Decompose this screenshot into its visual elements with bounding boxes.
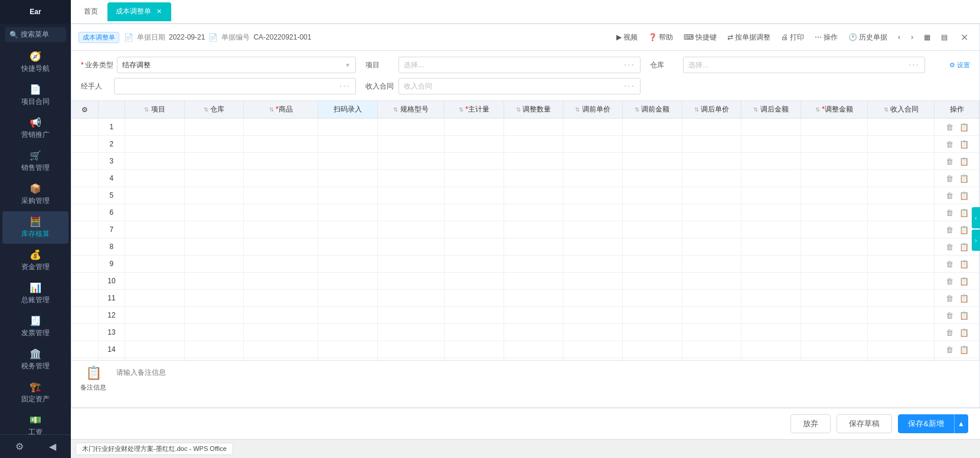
row-pre-price-cell[interactable] [563,221,623,238]
col-qty-header[interactable]: ⇅ 调整数量 [504,101,563,119]
row-unit-cell[interactable] [445,256,504,273]
tab-cost-adjust[interactable]: 成本调整单 ✕ [107,2,171,21]
row-project-cell[interactable] [125,119,185,136]
row-unit-cell[interactable] [445,170,504,187]
col-settings-header[interactable]: ⚙ [71,101,98,119]
row-pre-price-cell[interactable] [563,204,623,221]
row-qty-cell[interactable] [504,324,563,341]
row-pre-amount-cell[interactable] [622,119,682,136]
sidebar-item-inventory[interactable]: 🧮 库存核算 [2,211,68,244]
settings-icon[interactable]: ⚙ [15,441,24,452]
row-unit-cell[interactable] [445,273,504,290]
row-income-contract-cell[interactable] [868,136,935,153]
row-pre-amount-cell[interactable] [622,273,682,290]
row-pre-price-cell[interactable] [563,153,623,170]
row-after-amount-cell[interactable] [741,153,801,170]
row-spec-cell[interactable] [377,256,444,273]
row-qty-cell[interactable] [504,221,563,238]
delete-icon[interactable]: 🗑 [944,344,956,355]
sidebar-item-asset-mgmt[interactable]: 🏗️ 固定资产 [2,377,68,409]
row-after-amount-cell[interactable] [741,358,801,361]
row-warehouse-cell[interactable] [184,324,244,341]
row-scan-cell[interactable] [318,341,378,358]
row-warehouse-cell[interactable] [184,204,244,221]
col-warehouse-header[interactable]: ⇅ 仓库 [184,101,244,119]
row-income-contract-cell[interactable] [868,153,935,170]
delete-icon[interactable]: 🗑 [944,121,956,133]
print-btn[interactable]: 🖨 打印 [779,31,806,44]
row-project-cell[interactable] [125,341,185,358]
save-draft-button[interactable]: 保存草稿 [837,414,892,433]
row-spec-cell[interactable] [377,358,444,361]
row-adjust-amount-cell[interactable] [801,221,867,238]
table-row[interactable]: 6 🗑 📋 [71,204,979,221]
row-spec-cell[interactable] [377,170,444,187]
row-after-price-cell[interactable] [682,204,741,221]
expand2-btn[interactable]: ▤ [939,32,950,42]
row-after-amount-cell[interactable] [741,324,801,341]
row-project-cell[interactable] [125,170,185,187]
row-warehouse-cell[interactable] [184,187,244,204]
row-warehouse-cell[interactable] [184,119,244,136]
row-adjust-amount-cell[interactable] [801,324,867,341]
row-product-cell[interactable] [244,170,318,187]
row-warehouse-cell[interactable] [184,221,244,238]
row-spec-cell[interactable] [377,307,444,324]
table-row[interactable]: 11 🗑 📋 [71,290,979,307]
right-collapse-tab-2[interactable]: › [972,230,980,251]
row-product-cell[interactable] [244,324,318,341]
delete-icon[interactable]: 🗑 [944,224,956,235]
row-after-amount-cell[interactable] [741,204,801,221]
row-product-cell[interactable] [244,221,318,238]
row-income-contract-cell[interactable] [868,170,935,187]
table-row[interactable]: 9 🗑 📋 [71,256,979,273]
row-after-price-cell[interactable] [682,187,741,204]
taskbar-wps-item[interactable]: 木门行业好业财处理方案-墨红红.doc - WPS Office [76,443,233,455]
table-row[interactable]: 12 🗑 📋 [71,307,979,324]
copy-icon[interactable]: 📋 [958,326,970,338]
col-after-amount-header[interactable]: ⇅ 调后金额 [741,101,801,119]
row-after-amount-cell[interactable] [741,187,801,204]
row-adjust-amount-cell[interactable] [801,290,867,307]
row-adjust-amount-cell[interactable] [801,136,867,153]
row-project-cell[interactable] [125,204,185,221]
row-scan-cell[interactable] [318,119,378,136]
row-unit-cell[interactable] [445,307,504,324]
row-spec-cell[interactable] [377,341,444,358]
row-adjust-amount-cell[interactable] [801,307,867,324]
row-adjust-amount-cell[interactable] [801,358,867,361]
row-unit-cell[interactable] [445,221,504,238]
row-pre-price-cell[interactable] [563,341,623,358]
delete-icon[interactable]: 🗑 [944,309,956,321]
copy-icon[interactable]: 📋 [958,138,970,150]
row-after-price-cell[interactable] [682,119,741,136]
discard-button[interactable]: 放弃 [790,414,831,433]
row-pre-price-cell[interactable] [563,358,623,361]
row-after-price-cell[interactable] [682,153,741,170]
row-pre-price-cell[interactable] [563,238,623,256]
copy-icon[interactable]: 📋 [958,155,970,167]
row-after-price-cell[interactable] [682,358,741,361]
col-pre-price-header[interactable]: ⇅ 调前单价 [563,101,623,119]
row-product-cell[interactable] [244,119,318,136]
delete-icon[interactable]: 🗑 [944,258,956,270]
row-qty-cell[interactable] [504,204,563,221]
row-unit-cell[interactable] [445,341,504,358]
row-product-cell[interactable] [244,136,318,153]
row-qty-cell[interactable] [504,170,563,187]
row-income-contract-cell[interactable] [868,238,935,256]
save-new-button[interactable]: 保存&新增 [898,414,954,433]
row-qty-cell[interactable] [504,238,563,256]
form-close-btn[interactable]: ✕ [956,29,972,45]
row-adjust-amount-cell[interactable] [801,238,867,256]
row-income-contract-cell[interactable] [868,204,935,221]
row-scan-cell[interactable] [318,238,378,256]
row-pre-amount-cell[interactable] [622,341,682,358]
row-pre-amount-cell[interactable] [622,324,682,341]
row-unit-cell[interactable] [445,238,504,256]
row-unit-cell[interactable] [445,153,504,170]
row-after-amount-cell[interactable] [741,307,801,324]
row-warehouse-cell[interactable] [184,238,244,256]
row-after-amount-cell[interactable] [741,238,801,256]
sidebar-item-sales-mgmt[interactable]: 🛒 销售管理 [2,145,68,178]
